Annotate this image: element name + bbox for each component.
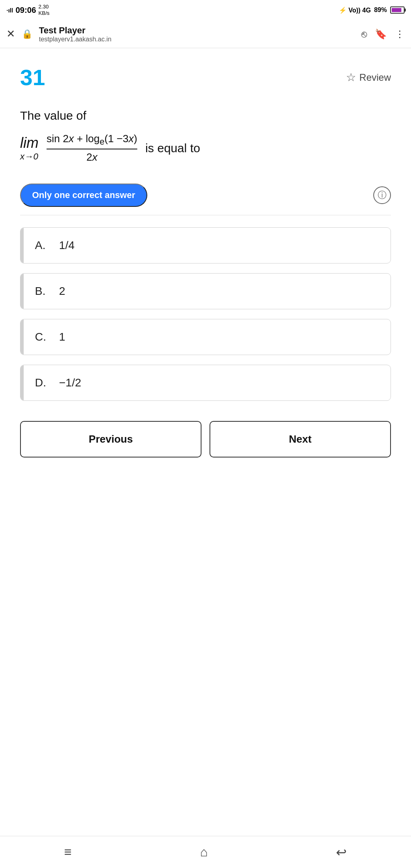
signal-icon: ·ıll (6, 7, 13, 14)
option-c-label: C. (35, 331, 49, 343)
answer-type-row: Only one correct answer ⓘ (20, 184, 391, 207)
option-b[interactable]: B. 2 (20, 273, 391, 309)
numerator: sin 2x + loge(1 −3x) (47, 133, 137, 149)
option-d-label: D. (35, 376, 49, 389)
option-d-content: D. −1/2 (24, 365, 391, 400)
review-label: Review (359, 72, 391, 83)
denominator: 2x (86, 149, 97, 163)
lim-subscript: x→0 (20, 151, 38, 162)
option-c-bar (20, 319, 24, 355)
option-a-content: A. 1/4 (24, 228, 391, 263)
info-icon[interactable]: ⓘ (373, 186, 391, 204)
equal-text: is equal to (145, 141, 200, 155)
star-icon: ☆ (346, 71, 356, 84)
browser-actions: ⎋ 🔖 ⋮ (361, 29, 405, 40)
status-time: 09:06 (16, 6, 36, 15)
status-speed: 2.30KB/s (39, 4, 49, 16)
close-icon[interactable]: ✕ (6, 28, 15, 40)
option-d-bar (20, 365, 24, 400)
status-right: ⚡ Vo)) 4G 89% (339, 6, 405, 14)
lim-block: lim x→0 (20, 135, 39, 162)
answer-type-badge[interactable]: Only one correct answer (20, 184, 147, 207)
bottom-spacer (20, 474, 391, 514)
network-icons: ⚡ Vo)) 4G (339, 6, 371, 14)
option-d[interactable]: D. −1/2 (20, 365, 391, 401)
option-c[interactable]: C. 1 (20, 319, 391, 355)
back-icon[interactable]: ↩ (336, 845, 347, 860)
options-list: A. 1/4 B. 2 C. 1 D. −1/2 (20, 227, 391, 401)
option-a-label: A. (35, 239, 49, 252)
previous-button[interactable]: Previous (20, 421, 201, 457)
browser-title: Test Player testplayerv1.aakash.ac.in (39, 25, 355, 43)
math-expression: lim x→0 sin 2x + loge(1 −3x) 2x is equal… (20, 133, 391, 163)
divider (20, 215, 391, 215)
next-button[interactable]: Next (210, 421, 391, 457)
question-text: The value of (20, 106, 391, 125)
option-b-content: B. 2 (24, 274, 391, 309)
question-body: The value of lim x→0 sin 2x + loge(1 −3x… (20, 106, 391, 163)
status-left: ·ıll 09:06 2.30KB/s (6, 4, 49, 16)
lock-icon: 🔒 (22, 29, 33, 39)
share-icon[interactable]: ⎋ (361, 29, 367, 40)
option-c-content: C. 1 (24, 319, 391, 355)
more-options-icon[interactable]: ⋮ (395, 29, 405, 40)
option-b-label: B. (35, 285, 49, 298)
bookmark-icon[interactable]: 🔖 (375, 29, 387, 40)
option-a[interactable]: A. 1/4 (20, 227, 391, 263)
battery-bar (390, 6, 405, 14)
option-a-bar (20, 228, 24, 263)
question-number: 31 (20, 64, 45, 90)
option-b-value: 2 (59, 285, 65, 298)
option-c-value: 1 (59, 331, 65, 343)
bottom-nav: ≡ ⌂ ↩ (0, 836, 411, 868)
browser-url: testplayerv1.aakash.ac.in (39, 36, 112, 43)
lim-text: lim (20, 135, 39, 151)
option-a-value: 1/4 (59, 239, 75, 252)
menu-icon[interactable]: ≡ (64, 845, 72, 860)
nav-buttons: Previous Next (20, 421, 391, 457)
fraction: sin 2x + loge(1 −3x) 2x (47, 133, 137, 163)
battery-percent: 89% (374, 6, 387, 14)
question-header: 31 ☆ Review (20, 64, 391, 90)
review-button[interactable]: ☆ Review (346, 71, 391, 84)
battery-fill (392, 8, 401, 12)
option-d-value: −1/2 (59, 376, 81, 389)
status-bar: ·ıll 09:06 2.30KB/s ⚡ Vo)) 4G 89% (0, 0, 411, 20)
home-icon[interactable]: ⌂ (200, 845, 208, 860)
main-content: 31 ☆ Review The value of lim x→0 sin 2x … (0, 48, 411, 530)
option-b-bar (20, 274, 24, 309)
browser-title-text: Test Player (39, 25, 355, 36)
browser-bar: ✕ 🔒 Test Player testplayerv1.aakash.ac.i… (0, 20, 411, 48)
